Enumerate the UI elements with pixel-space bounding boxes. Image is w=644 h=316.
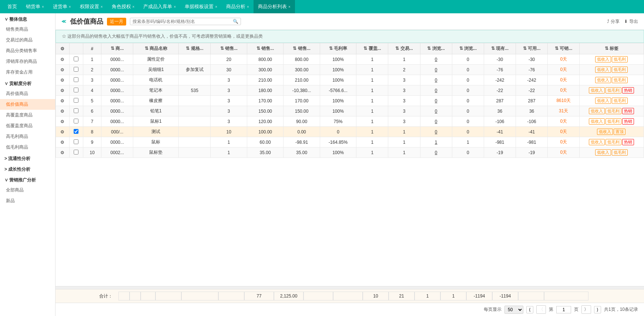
sidebar-group-∨ 贡献度分析[interactable]: ∨ 贡献度分析 — [0, 78, 55, 88]
table-cell[interactable] — [69, 96, 83, 106]
nav-close-商品分析列表[interactable]: × — [288, 5, 291, 9]
sidebar-item-全部商品[interactable]: 全部商品 — [0, 185, 55, 196]
table-cell[interactable]: 0天 — [548, 54, 580, 65]
table-cell[interactable]: 0天 — [548, 127, 580, 137]
share-button[interactable]: ⤴ 分享 — [607, 18, 620, 25]
sidebar-group-> 流通性分析[interactable]: > 流通性分析 — [0, 153, 55, 163]
sidebar-item-新品[interactable]: 新品 — [0, 196, 55, 206]
table-cell[interactable] — [69, 106, 83, 116]
sidebar-item-销售类商品[interactable]: 销售类商品 — [0, 24, 55, 35]
nav-item-角色授权[interactable]: 角色授权 × — [107, 0, 139, 13]
table-cell[interactable]: 低收入低毛利 — [580, 96, 644, 106]
table-cell[interactable]: 低收入低毛利 — [580, 54, 644, 65]
table-cell[interactable]: 1 — [420, 137, 452, 147]
sidebar-item-低毛利商品[interactable]: 低毛利商品 — [0, 142, 55, 153]
nav-item-产成品入库单[interactable]: 产成品入库单 × — [139, 0, 180, 13]
nav-close-权限设置[interactable]: × — [101, 5, 103, 9]
table-cell[interactable]: 低收入低毛利 — [580, 75, 644, 85]
table-cell[interactable]: 0 — [420, 75, 452, 85]
table-cell[interactable]: 0 — [420, 116, 452, 127]
table-cell[interactable]: 0天 — [548, 85, 580, 96]
table-cell: 10 — [211, 127, 247, 137]
table-cell[interactable]: 0天 — [548, 147, 580, 158]
col-header-name: ⇅ 商品名称 — [133, 43, 179, 54]
table-cell[interactable]: 0 — [420, 96, 452, 106]
table-cell[interactable] — [69, 65, 83, 75]
prev-page-btn[interactable]: 〈 — [536, 305, 546, 314]
table-cell[interactable] — [69, 137, 83, 147]
table-cell: 0.00 — [284, 127, 320, 137]
col-header-check[interactable] — [69, 43, 83, 54]
table-cell[interactable]: 0天 — [548, 75, 580, 85]
nav-item-销货单[interactable]: 销货单 × — [21, 0, 48, 13]
table-cell[interactable]: 0 — [420, 147, 452, 158]
page-input[interactable] — [556, 306, 571, 313]
table-cell[interactable] — [69, 127, 83, 137]
table-cell: 0 — [452, 106, 484, 116]
sidebar-item-高价值商品[interactable]: 高价值商品 — [0, 88, 55, 99]
table-cell[interactable]: 低收入低毛利热销 — [580, 116, 644, 127]
sidebar-toggle[interactable]: ≪ — [61, 19, 66, 24]
sidebar: ∨ 整体信息销售类商品交易过的商品商品分类销售率滞销库存的商品库存资金占用∨ 贡… — [0, 13, 56, 316]
table-cell[interactable]: 0天 — [548, 65, 580, 75]
table-cell[interactable]: 0 — [420, 54, 452, 65]
table-cell[interactable]: 0 — [420, 106, 452, 116]
table-cell[interactable]: 低收入置顶 — [580, 127, 644, 137]
col-header-settings[interactable]: ⚙ — [56, 43, 70, 54]
scrollbar[interactable] — [56, 286, 644, 289]
nav-close-角色授权[interactable]: × — [133, 5, 135, 9]
nav-close-商品分析[interactable]: × — [247, 5, 249, 9]
sidebar-item-高毛利商品[interactable]: 高毛利商品 — [0, 131, 55, 142]
table-container[interactable]: ⚙#⇅ 商...⇅ 商品名称⇅ 规格...⇅ 销售...⇅ 销售...⇅ 销售.… — [56, 43, 644, 286]
sidebar-item-高覆盖度商品[interactable]: 高覆盖度商品 — [0, 110, 55, 120]
table-cell[interactable]: 低收入低毛利热销 — [580, 85, 644, 96]
nav-close-单据模板设置[interactable]: × — [215, 5, 217, 9]
table-cell[interactable] — [69, 75, 83, 85]
table-cell[interactable]: 0 — [420, 65, 452, 75]
table-cell: 3 — [388, 106, 420, 116]
sidebar-item-滞销库存的商品[interactable]: 滞销库存的商品 — [0, 56, 55, 67]
sidebar-item-商品分类销售率[interactable]: 商品分类销售率 — [0, 45, 55, 56]
export-button[interactable]: ⬇ 导出 — [624, 18, 638, 25]
sidebar-item-库存资金占用[interactable]: 库存资金占用 — [0, 67, 55, 78]
table-cell[interactable]: 低收入低毛利 — [580, 147, 644, 158]
table-cell[interactable]: 低收入低毛利热销 — [580, 137, 644, 147]
table-cell[interactable] — [69, 54, 83, 65]
table-cell: 3 — [388, 85, 420, 96]
sidebar-group-∨ 营销推广分析[interactable]: ∨ 营销推广分析 — [0, 174, 55, 185]
nav-close-销货单[interactable]: × — [42, 5, 44, 9]
sidebar-group-∨ 整体信息[interactable]: ∨ 整体信息 — [0, 13, 55, 24]
next-page-btn[interactable]: 〉 — [581, 305, 591, 314]
table-cell: -19 — [516, 147, 548, 158]
sidebar-item-低覆盖度商品[interactable]: 低覆盖度商品 — [0, 120, 55, 131]
time-tag-btn[interactable]: 近一月 — [107, 18, 126, 26]
sidebar-group-> 成长性分析[interactable]: > 成长性分析 — [0, 163, 55, 174]
table-cell[interactable]: 0天 — [548, 137, 580, 147]
table-cell[interactable]: 31天 — [548, 106, 580, 116]
nav-item-商品分析[interactable]: 商品分析 × — [222, 0, 254, 13]
nav-item-首页[interactable]: 首页 — [3, 0, 21, 13]
table-cell[interactable] — [69, 116, 83, 127]
search-input[interactable] — [133, 19, 233, 24]
nav-close-进货单[interactable]: × — [69, 5, 71, 9]
nav-item-权限设置[interactable]: 权限设置 × — [76, 0, 107, 13]
first-page-btn[interactable]: ⟨ — [526, 306, 533, 313]
table-cell[interactable] — [69, 85, 83, 96]
last-page-btn[interactable]: ⟩ — [594, 306, 601, 313]
table-cell[interactable]: 低收入低毛利热销 — [580, 106, 644, 116]
table-cell[interactable]: 0 — [420, 85, 452, 96]
per-page-select[interactable]: 50 100 200 — [504, 306, 523, 314]
nav-item-进货单[interactable]: 进货单 × — [48, 0, 76, 13]
table-cell[interactable]: 0天 — [548, 116, 580, 127]
table-cell: 287 — [516, 96, 548, 106]
sidebar-item-低价值商品[interactable]: 低价值商品 — [0, 99, 55, 110]
table-cell[interactable]: 0 — [420, 127, 452, 137]
table-cell[interactable]: 低收入低毛利 — [580, 65, 644, 75]
table-cell[interactable] — [69, 147, 83, 158]
nav-item-商品分析列表[interactable]: 商品分析列表 × — [254, 0, 295, 13]
nav-item-单据模板设置[interactable]: 单据模板设置 × — [180, 0, 222, 13]
table-cell[interactable]: 8610天 — [548, 96, 580, 106]
sidebar-item-交易过的商品[interactable]: 交易过的商品 — [0, 35, 55, 45]
nav-close-产成品入库单[interactable]: × — [174, 5, 176, 9]
search-icon[interactable]: 🔍 — [233, 19, 238, 24]
